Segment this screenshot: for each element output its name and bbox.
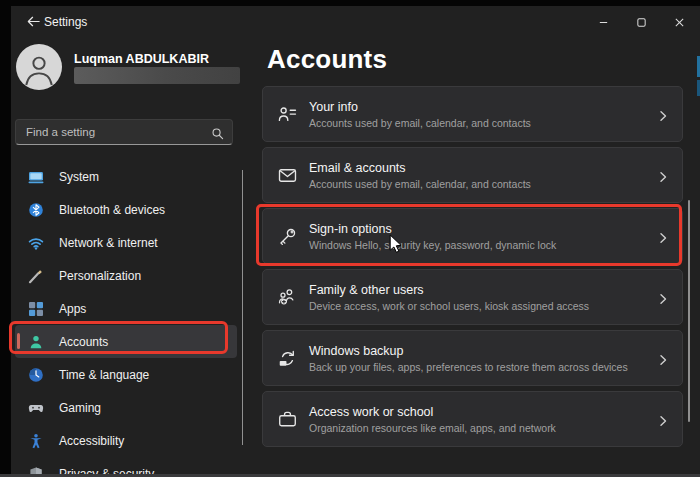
back-button[interactable]	[19, 9, 47, 37]
chevron-right-icon	[657, 352, 669, 364]
title-bar: Settings	[11, 6, 700, 39]
chevron-right-icon	[657, 108, 669, 120]
maximize-icon	[636, 14, 647, 32]
window-title: Settings	[44, 6, 87, 39]
sidebar: Luqman ABDULKABIR System Bluetooth & dev…	[11, 39, 248, 477]
personalization-icon	[28, 268, 44, 284]
accounts-icon	[28, 334, 44, 350]
sidebar-nav: System Bluetooth & devices Network & int…	[15, 160, 237, 477]
email-accounts-icon	[276, 164, 298, 186]
time-icon	[28, 367, 44, 383]
sidebar-item-system[interactable]: System	[15, 160, 237, 193]
page-title: Accounts	[267, 44, 387, 75]
window-controls	[584, 6, 698, 39]
system-icon	[28, 169, 44, 185]
sidebar-scrollbar[interactable]	[242, 170, 243, 445]
chevron-right-icon	[657, 413, 669, 425]
sidebar-item-time[interactable]: Time & language	[15, 358, 237, 391]
settings-card-sign-in-options[interactable]: Sign-in options Windows Hello, security …	[262, 208, 683, 264]
apps-icon	[28, 301, 44, 317]
windows-backup-icon	[276, 347, 298, 369]
accessibility-icon	[28, 433, 44, 449]
sidebar-item-network[interactable]: Network & internet	[15, 226, 237, 259]
settings-window: Settings Luqman ABDULKABIR System	[11, 6, 700, 477]
minimize-button[interactable]	[584, 6, 622, 39]
gaming-icon	[28, 400, 44, 416]
close-button[interactable]	[660, 6, 698, 39]
sidebar-item-accessibility[interactable]: Accessibility	[15, 424, 237, 457]
sidebar-item-accounts[interactable]: Accounts	[15, 325, 237, 358]
access-work-school-icon	[276, 408, 298, 430]
user-name: Luqman ABDULKABIR	[74, 52, 209, 66]
chevron-right-icon	[657, 291, 669, 303]
settings-card-list: Your info Accounts used by email, calend…	[262, 86, 683, 452]
sidebar-item-apps[interactable]: Apps	[15, 292, 237, 325]
search-input[interactable]	[16, 120, 232, 144]
settings-card-your-info[interactable]: Your info Accounts used by email, calend…	[262, 86, 683, 142]
bluetooth-icon	[28, 202, 44, 218]
close-icon	[674, 14, 685, 32]
sidebar-item-gaming[interactable]: Gaming	[15, 391, 237, 424]
settings-card-email-accounts[interactable]: Email & accounts Accounts used by email,…	[262, 147, 683, 203]
chevron-right-icon	[657, 169, 669, 181]
sidebar-item-personalization[interactable]: Personalization	[15, 259, 237, 292]
settings-card-access-work-school[interactable]: Access work or school Organization resou…	[262, 391, 683, 447]
search-box	[15, 119, 233, 145]
avatar	[16, 44, 62, 90]
minimize-icon	[598, 14, 609, 32]
mouse-cursor	[389, 234, 403, 254]
selection-indicator	[17, 333, 20, 349]
main-scrollbar[interactable]	[688, 200, 690, 422]
your-info-icon	[276, 103, 298, 125]
settings-card-family-other-users[interactable]: Family & other users Device access, work…	[262, 269, 683, 325]
settings-card-windows-backup[interactable]: Windows backup Back up your files, apps,…	[262, 330, 683, 386]
search-icon	[211, 126, 224, 139]
network-icon	[28, 235, 44, 251]
chevron-right-icon	[657, 230, 669, 242]
maximize-button[interactable]	[622, 6, 660, 39]
sign-in-options-icon	[276, 225, 298, 247]
family-other-users-icon	[276, 286, 298, 308]
back-arrow-icon	[26, 14, 41, 33]
user-email-redacted	[74, 67, 240, 84]
sidebar-item-bluetooth[interactable]: Bluetooth & devices	[15, 193, 237, 226]
